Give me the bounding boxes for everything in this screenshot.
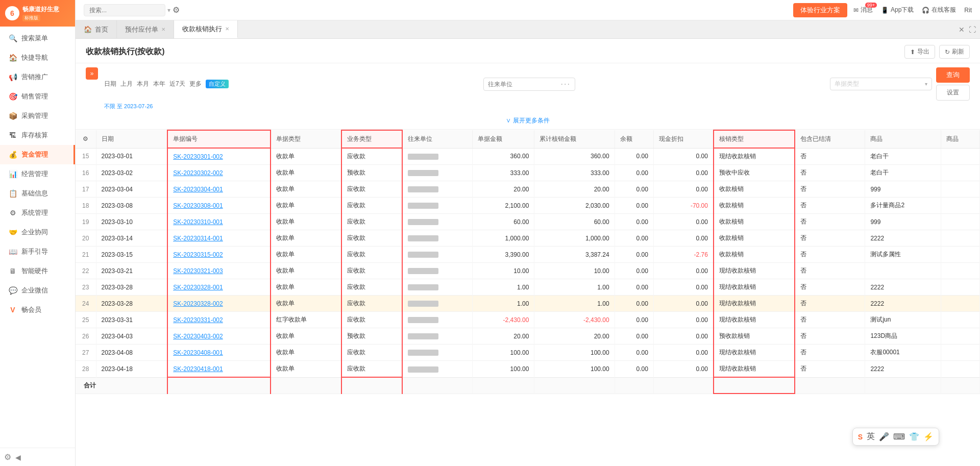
sidebar-item-label: 畅会员 [21,305,41,314]
sidebar-item-marketing[interactable]: 📢 营销推广 [0,67,75,87]
single-no-link[interactable]: SK-20230418-001 [173,365,223,373]
enterprise-icon: 🤝 [8,228,17,237]
row-counterpart [402,361,473,378]
user-name[interactable]: Rit [964,7,972,14]
more-link[interactable]: 更多 [189,80,202,88]
single-no-link[interactable]: SK-20230331-002 [173,316,223,324]
row-singleno: SK-20230408-001 [167,345,271,361]
row-singleno: SK-20230301-002 [167,148,271,165]
counterpart-dots-icon[interactable]: ··· [561,80,571,89]
solution-button[interactable]: 体验行业方案 [793,3,847,17]
row-goods: 2222 [865,230,941,247]
row-balance: 0.00 [615,263,653,279]
table-row: 17 2023-03-04 SK-20230304-001 收款单 应收款 20… [76,181,980,198]
single-no-link[interactable]: SK-20230408-001 [173,349,223,356]
row-amount: 1.00 [472,296,534,312]
sidebar-item-guide[interactable]: 📖 新手引导 [0,242,75,261]
filter-expand-button[interactable]: » [86,67,98,80]
single-no-link[interactable]: SK-20230403-002 [173,333,223,340]
sidebar-item-operations[interactable]: 📊 经营管理 [0,164,75,184]
col-goods-header: 商品 [865,130,941,148]
col-incl-settled-header: 包含已结清 [795,130,865,148]
sidebar-item-system[interactable]: ⚙ 系统管理 [0,203,75,223]
single-no-link[interactable]: SK-20230328-002 [173,300,223,307]
row-goods: 测试jun [865,312,941,328]
row-singleno: SK-20230418-001 [167,361,271,378]
sidebar-item-member[interactable]: V 畅会员 [0,300,75,320]
col-balance-header: 余额 [615,130,653,148]
message-button[interactable]: ✉ 消息 99+ [853,6,873,14]
expand-more-button[interactable]: ∨ 展开更多条件 [506,116,549,125]
row-balance: 0.00 [615,165,653,181]
sidebar-item-enterprise[interactable]: 🤝 企业协同 [0,223,75,242]
settings-icon[interactable]: ⚙ [4,452,11,462]
single-no-link[interactable]: SK-20230314-001 [173,235,223,242]
row-singleno: SK-20230328-001 [167,279,271,296]
search-dropdown-icon[interactable]: ▾ [167,7,170,14]
col-gear-header[interactable]: ⚙ [76,130,96,148]
ime-toolbar: S 英 🎤 ⌨ 👕 ⚡ [852,428,939,446]
ime-grid-icon[interactable]: ⚡ [923,432,934,442]
this-month-link[interactable]: 本月 [137,80,149,88]
voucher-type-select[interactable]: 单据类型 ▾ [830,78,932,90]
counterpart-input[interactable] [488,81,559,88]
export-button[interactable]: ⬆ 导出 [904,45,935,59]
col-date-header: 日期 [96,130,167,148]
single-no-link[interactable]: SK-20230310-001 [173,218,223,226]
single-no-link[interactable]: SK-20230321-003 [173,267,223,275]
app-download-button[interactable]: 📱 App下载 [881,6,914,14]
tab-prepay-close[interactable]: ✕ [161,27,165,32]
query-button[interactable]: 查询 [936,67,970,83]
last-7days-link[interactable]: 近7天 [169,80,185,88]
single-no-link[interactable]: SK-20230308-001 [173,202,223,209]
single-no-link[interactable]: SK-20230301-002 [173,153,223,160]
last-month-link[interactable]: 上月 [120,80,133,88]
tabbar-close-icon[interactable]: ✕ [959,26,965,34]
row-singletype: 收款单 [271,198,341,214]
expand-more-section: ∨ 展开更多条件 [86,116,970,125]
settings-button[interactable]: 设置 [936,85,970,101]
sidebar-item-quicknav[interactable]: 🏠 快捷导航 [0,48,75,67]
tab-receivable[interactable]: 收款核销执行 ✕ [174,20,238,38]
refresh-button[interactable]: ↻ 刷新 [939,45,970,59]
ime-mic-icon[interactable]: 🎤 [879,432,889,442]
table-row: 18 2023-03-08 SK-20230308-001 收款单 应收款 2,… [76,198,980,214]
sidebar-item-purchase[interactable]: 📦 采购管理 [0,106,75,126]
row-counterpart [402,279,473,296]
sidebar-item-search[interactable]: 🔍 搜索菜单 [0,29,75,48]
single-no-link[interactable]: SK-20230304-001 [173,186,223,193]
topbar-gear-icon[interactable]: ⚙ [173,5,180,15]
tab-prepay[interactable]: 预付应付单 ✕ [117,20,174,38]
sidebar-item-finance[interactable]: 💰 资金管理 [0,145,75,164]
row-writetype: 收款核销 [714,198,795,214]
sidebar-item-sales[interactable]: 🎯 销售管理 [0,87,75,106]
sidebar-item-basic[interactable]: 📋 基础信息 [0,184,75,203]
topbar-search-input[interactable] [84,4,165,16]
tab-receivable-close[interactable]: ✕ [225,26,229,32]
row-goods2 [941,181,979,198]
ime-english-icon[interactable]: 英 [867,431,875,442]
total-goods [865,377,941,394]
this-year-link[interactable]: 本年 [153,80,165,88]
total-incl-settled [795,377,865,394]
row-writetype: 预收款核销 [714,328,795,345]
ime-shirt-icon[interactable]: 👕 [909,432,919,442]
row-singletype: 收款单 [271,296,341,312]
sidebar-item-inventory[interactable]: 🏗 库存核算 [0,126,75,145]
tabbar-maximize-icon[interactable]: ⛶ [969,26,976,34]
sidebar-item-hardware[interactable]: 🖥 智能硬件 [0,261,75,281]
single-no-link[interactable]: SK-20230315-002 [173,251,223,258]
single-no-link[interactable]: SK-20230328-001 [173,284,223,291]
row-amount: 100.00 [472,345,534,361]
online-service-button[interactable]: 🎧 在线客服 [922,6,956,14]
tab-home[interactable]: 🏠 首页 [76,20,117,38]
sidebar-item-wechat[interactable]: 💬 企业微信 [0,281,75,300]
row-biztype: 应收款 [341,230,402,247]
row-discount: 0.00 [653,312,714,328]
ime-keyboard-icon[interactable]: ⌨ [893,432,905,442]
basic-icon: 📋 [8,189,17,198]
collapse-icon[interactable]: ◀ [15,453,21,461]
custom-date-button[interactable]: 自定义 [206,80,229,88]
row-singleno: SK-20230308-001 [167,198,271,214]
single-no-link[interactable]: SK-20230302-002 [173,169,223,177]
